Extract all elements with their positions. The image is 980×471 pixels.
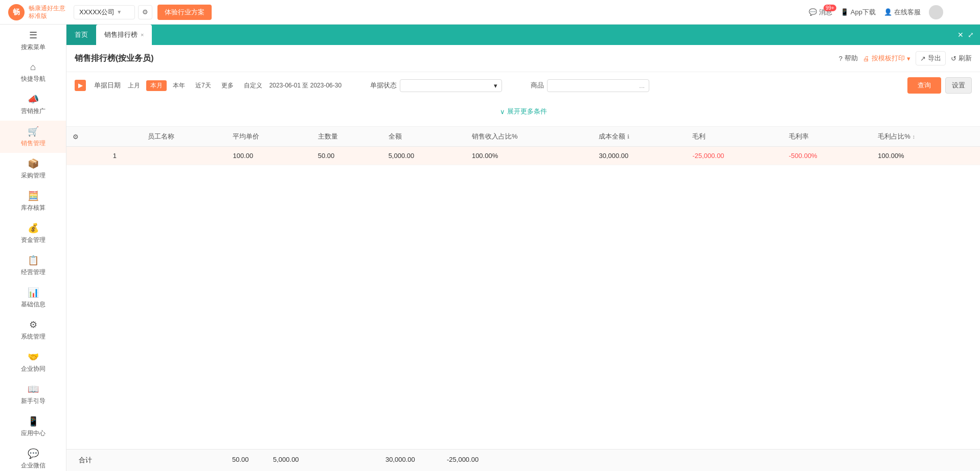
wechat-icon: 💬: [28, 448, 39, 459]
status-label: 单据状态: [370, 81, 397, 90]
sidebar-item-search[interactable]: ☰ 搜索菜单: [0, 25, 66, 57]
refresh-icon: ↺: [951, 55, 956, 62]
cell-cost-amount: 30,000.00: [592, 147, 686, 165]
marketing-icon: 📣: [28, 94, 39, 105]
panel-header: 销售排行榜(按业务员) ? 帮助 🖨 按模板打印 ▾ ↗: [66, 45, 980, 72]
online-service-button[interactable]: 👤 在线客服: [884, 8, 921, 17]
cell-sales-pct: 100.00%: [466, 147, 593, 165]
footer-sales-pct: [318, 454, 379, 467]
cell-avg-price: 100.00: [226, 147, 311, 165]
goods-label: 商品: [531, 81, 544, 90]
search-icon: ☰: [29, 30, 37, 41]
footer-qty: [185, 454, 226, 467]
company-selector[interactable]: XXXXX公司 ▼: [74, 5, 135, 19]
settings-icon[interactable]: ⚙: [138, 5, 152, 19]
sidebar-item-guide[interactable]: 📖 新手引导: [0, 378, 66, 411]
date-tab-7days[interactable]: 近7天: [191, 80, 215, 91]
home-icon: ⌂: [30, 62, 36, 73]
cell-amount: 5,000.00: [382, 147, 466, 165]
help-button[interactable]: ? 帮助: [839, 54, 858, 63]
sidebar-item-app-center[interactable]: 📱 应用中心: [0, 411, 66, 443]
sidebar-item-wechat[interactable]: 💬 企业微信: [0, 443, 66, 471]
guide-icon: 📖: [28, 384, 39, 395]
inventory-icon: 🧮: [28, 190, 39, 201]
chevron-down-icon: ▼: [117, 9, 122, 15]
goods-more-icon[interactable]: ...: [639, 82, 645, 89]
sort-icon: ↕: [913, 133, 916, 140]
sidebar-item-sales[interactable]: 🛒 销售管理: [0, 121, 66, 153]
footer-amount: 5,000.00: [267, 454, 318, 467]
sales-icon: 🛒: [28, 126, 39, 137]
table-row: 1 100.00 50.00 5,000.00 100.00% 30,000.0…: [66, 147, 980, 165]
data-table: ⚙ 员工名称 平均单价 主数量 全额 销售收入占比% 成本全额 ℹ 毛利 毛利率: [66, 127, 980, 165]
col-qty: 主数量: [312, 127, 382, 147]
query-button[interactable]: 查询: [907, 77, 941, 94]
col-cost-amount: 成本全额 ℹ: [592, 127, 686, 147]
cell-rank: 1: [107, 147, 142, 165]
sidebar-item-operations[interactable]: 📋 经营管理: [0, 250, 66, 282]
tab-close-icon[interactable]: ×: [141, 32, 144, 38]
expand-row: ∨ 展开更多条件: [75, 102, 972, 121]
trial-button[interactable]: 体验行业方案: [157, 5, 212, 20]
tab-close-window-icon[interactable]: ✕: [958, 31, 964, 39]
cell-employee: [142, 147, 226, 165]
sidebar-item-finance[interactable]: 💰 资金管理: [0, 217, 66, 250]
filter-row-1: ▶ 单据日期 上月 本月 本年 近7天 更多 自定义 2023-0: [75, 77, 972, 94]
sidebar-item-marketing[interactable]: 📣 营销推广: [0, 88, 66, 121]
refresh-button[interactable]: ↺ 刷新: [951, 54, 972, 63]
goods-filter: 商品 ...: [531, 79, 649, 92]
logo-text: 畅康通好生意 标准版: [29, 5, 65, 19]
date-tab-more[interactable]: 更多: [217, 80, 238, 91]
message-button[interactable]: 💬 消息 99+: [809, 8, 832, 17]
status-select[interactable]: ▾: [400, 79, 502, 92]
sidebar-item-enterprise[interactable]: 🤝 企业协同: [0, 346, 66, 378]
expand-icon: ∨: [500, 108, 505, 116]
date-tabs: 上月 本月 本年 近7天 更多 自定义: [124, 80, 266, 91]
goods-input[interactable]: ...: [547, 79, 649, 92]
cell-gross-margin: -500.00%: [783, 147, 872, 165]
date-tab-last-month[interactable]: 上月: [124, 80, 144, 91]
purchase-icon: 📦: [28, 158, 39, 169]
sidebar-item-system[interactable]: ⚙ 系统管理: [0, 314, 66, 346]
date-tab-this-month[interactable]: 本月: [146, 80, 167, 91]
col-gross-pct: 毛利占比% ↕: [872, 127, 980, 147]
sidebar-item-inventory[interactable]: 🧮 库存核算: [0, 185, 66, 217]
col-settings[interactable]: ⚙: [66, 127, 107, 147]
content-area: 首页 销售排行榜 × ✕ ⤢ 销售排行榜(按业务员): [66, 25, 980, 471]
footer-gross-profit: -25,000.00: [441, 454, 492, 467]
sidebar-item-basic-info[interactable]: 📊 基础信息: [0, 282, 66, 314]
print-button[interactable]: 🖨 按模板打印 ▾: [863, 54, 910, 63]
col-amount: 全额: [382, 127, 466, 147]
tab-expand-icon[interactable]: ⤢: [968, 31, 974, 39]
settings-button[interactable]: 设置: [945, 77, 972, 94]
date-tab-this-year[interactable]: 本年: [169, 80, 189, 91]
status-select-arrow: ▾: [494, 82, 497, 89]
message-icon: 💬: [809, 8, 817, 16]
tab-bar: 首页 销售排行榜 × ✕ ⤢: [66, 25, 980, 45]
expand-button[interactable]: ∨ 展开更多条件: [500, 104, 547, 119]
message-badge: 99+: [824, 5, 836, 11]
filter-toggle[interactable]: ▶: [75, 80, 86, 91]
content-panel: 销售排行榜(按业务员) ? 帮助 🖨 按模板打印 ▾ ↗: [66, 45, 980, 471]
export-button[interactable]: ↗ 导出: [916, 51, 946, 65]
date-range: 2023-06-01 至 2023-06-30: [269, 81, 341, 90]
tab-home[interactable]: 首页: [66, 25, 96, 45]
table-container: ⚙ 员工名称 平均单价 主数量 全额 销售收入占比% 成本全额 ℹ 毛利 毛利率: [66, 127, 980, 449]
table-settings-icon[interactable]: ⚙: [73, 133, 79, 141]
col-rank: [107, 127, 142, 147]
app-download-button[interactable]: 📱 App下载: [840, 8, 876, 17]
sidebar-item-quick-nav[interactable]: ⌂ 快捷导航: [0, 57, 66, 88]
col-gross-margin: 毛利率: [783, 127, 872, 147]
panel-actions: ? 帮助 🖨 按模板打印 ▾ ↗ 导出 ↺: [839, 51, 972, 65]
sidebar-item-purchase[interactable]: 📦 采购管理: [0, 153, 66, 185]
date-label: 单据日期: [94, 81, 121, 90]
info-icon: ℹ: [627, 133, 629, 140]
operations-icon: 📋: [28, 255, 39, 266]
app-center-icon: 📱: [28, 416, 39, 427]
tab-sales-ranking[interactable]: 销售排行榜 ×: [96, 25, 152, 45]
print-arrow-icon: ▾: [907, 55, 910, 62]
panel-title: 销售排行榜(按业务员): [75, 53, 154, 64]
date-tab-custom[interactable]: 自定义: [240, 80, 266, 91]
avatar[interactable]: [929, 5, 943, 19]
footer-qty-val: 50.00: [226, 454, 267, 467]
